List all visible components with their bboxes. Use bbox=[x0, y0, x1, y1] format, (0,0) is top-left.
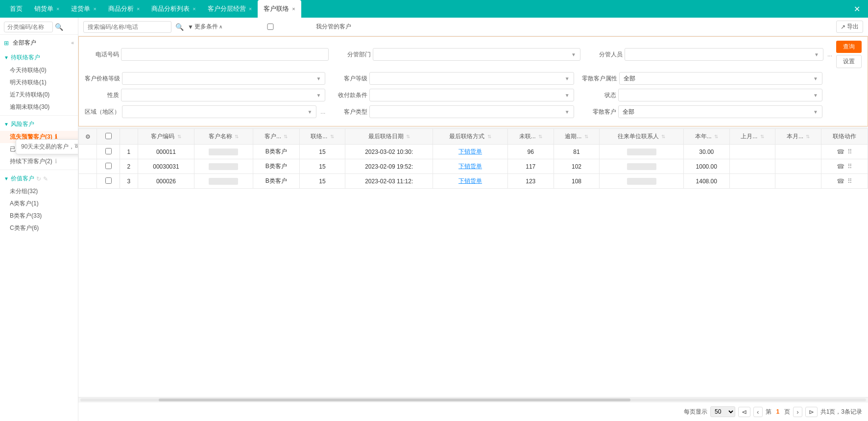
filter-dept-select[interactable]: ▼ bbox=[373, 48, 580, 61]
sidebar-section-pending-header[interactable]: ▼ 待联络客户 bbox=[0, 51, 78, 64]
query-button[interactable]: 查询 bbox=[836, 41, 862, 53]
col-current-month[interactable]: 本月... ⇅ bbox=[775, 129, 821, 145]
sidebar-search-icon[interactable]: 🔍 bbox=[55, 23, 63, 31]
value-edit-icon[interactable]: ✎ bbox=[43, 175, 48, 182]
sidebar-section-risk-header[interactable]: ▼ 风险客户 bbox=[0, 118, 78, 131]
col-last-month[interactable]: 上月... ⇅ bbox=[729, 129, 775, 145]
export-button[interactable]: ↗ 导出 bbox=[836, 21, 863, 33]
filter-retail-select[interactable]: 全部 ▼ bbox=[618, 105, 822, 118]
filter-grade-select[interactable]: ▼ bbox=[369, 72, 574, 85]
col-checkbox[interactable] bbox=[97, 129, 120, 145]
per-page-select[interactable]: 50 100 200 bbox=[710, 406, 735, 417]
filter-ctype-select[interactable]: ▼ bbox=[369, 105, 574, 118]
close-tab-goods-analysis-list[interactable]: × bbox=[193, 6, 195, 12]
last-page-button[interactable]: ⊳ bbox=[805, 407, 818, 417]
close-tab-purchase[interactable]: × bbox=[93, 6, 96, 12]
settings-button[interactable]: 设置 bbox=[836, 55, 862, 68]
tab-customer-contact[interactable]: 客户联络 × bbox=[258, 0, 301, 18]
sidebar-section-value-header[interactable]: ▼ 价值客户 ↻ ✎ bbox=[0, 172, 78, 185]
row-check-2[interactable] bbox=[105, 177, 112, 184]
window-close-button[interactable]: ✕ bbox=[850, 4, 864, 14]
filter-status-select[interactable]: ▼ bbox=[618, 89, 822, 101]
my-customers-checkbox[interactable] bbox=[226, 24, 314, 30]
tab-home[interactable]: 首页 bbox=[4, 0, 28, 18]
col-type[interactable]: 客户... ⇅ bbox=[253, 129, 299, 145]
sidebar-item-class-b[interactable]: B类客户(33) bbox=[0, 210, 78, 222]
row-checkbox-1[interactable] bbox=[97, 159, 120, 174]
next-page-button[interactable]: › bbox=[793, 407, 802, 417]
filter-price-grade-select[interactable]: ▼ bbox=[122, 72, 325, 85]
sidebar-item-class-c[interactable]: C类客户(6) bbox=[0, 222, 78, 234]
row-check-0[interactable] bbox=[105, 148, 112, 154]
filter-retail-attr-select[interactable]: 全部 ▼ bbox=[619, 72, 822, 85]
action-phone-0[interactable]: ☎ bbox=[837, 148, 844, 155]
my-customers-checkbox-label[interactable]: 我分管的客户 bbox=[226, 23, 351, 31]
action-phone-2[interactable]: ☎ bbox=[837, 177, 844, 185]
search-input[interactable] bbox=[83, 21, 171, 33]
scroll-thumb[interactable] bbox=[159, 398, 630, 401]
tab-customer-segment[interactable]: 客户分层经营 × bbox=[202, 0, 258, 18]
toolbar: 🔍 ▼ 更多条件 ∧ 我分管的客户 ↗ 导出 bbox=[78, 18, 868, 36]
sidebar-item-today[interactable]: 今天待联络(0) bbox=[0, 64, 78, 76]
col-name[interactable]: 客户名称 ⇅ bbox=[194, 129, 253, 145]
action-more-1[interactable]: ⠿ bbox=[847, 163, 852, 170]
col-last-contact-date[interactable]: 最后联络日期 ⇅ bbox=[345, 129, 433, 145]
filter-payment-select[interactable]: ▼ bbox=[369, 89, 574, 101]
row-checkbox-0[interactable] bbox=[97, 145, 120, 159]
action-phone-1[interactable]: ☎ bbox=[837, 163, 844, 170]
close-tab-customer-segment[interactable]: × bbox=[249, 6, 252, 12]
sidebar-item-declining[interactable]: 持续下滑客户(2) ℹ bbox=[0, 155, 78, 168]
filter-panel: 电话号码 分管部门 ▼ 分管人员 ▼ ... bbox=[78, 36, 868, 126]
col-company-contact[interactable]: 往来单位联系人 ⇅ bbox=[600, 129, 683, 145]
col-settings[interactable]: ⚙ bbox=[79, 129, 97, 145]
filter-manager-select[interactable]: ▼ bbox=[625, 48, 823, 61]
more-filter-button[interactable]: ▼ 更多条件 ∧ bbox=[188, 23, 222, 31]
col-code[interactable]: 客户编码 ⇅ bbox=[138, 129, 194, 145]
sidebar-item-week[interactable]: 近7天待联络(0) bbox=[0, 89, 78, 101]
filter-region-more[interactable]: ... bbox=[320, 108, 325, 115]
row-method-2[interactable]: 下销货单 bbox=[433, 174, 508, 189]
filter-manager-more[interactable]: ... bbox=[827, 51, 832, 58]
sidebar-divider-2 bbox=[0, 170, 78, 170]
col-current-year[interactable]: 本年... ⇅ bbox=[683, 129, 729, 145]
sidebar-item-unsorted[interactable]: 未分组(32) bbox=[0, 185, 78, 198]
col-last-contact-method[interactable]: 最后联络方式 ⇅ bbox=[433, 129, 508, 145]
sidebar-item-tomorrow[interactable]: 明天待联络(1) bbox=[0, 76, 78, 89]
filter-cell-payment: 收付款条件 ▼ bbox=[333, 89, 574, 101]
search-icon[interactable]: 🔍 bbox=[175, 23, 184, 31]
col-no-contact[interactable]: 未联... ⇅ bbox=[507, 129, 554, 145]
filter-nature-select[interactable]: ▼ bbox=[121, 89, 325, 101]
row-method-0[interactable]: 下销货单 bbox=[433, 145, 508, 159]
prev-page-button[interactable]: ‹ bbox=[753, 407, 762, 417]
first-page-button[interactable]: ⊲ bbox=[738, 407, 750, 417]
action-more-0[interactable]: ⠿ bbox=[847, 148, 852, 155]
tab-purchase[interactable]: 进货单 × bbox=[65, 0, 102, 18]
row-checkbox-2[interactable] bbox=[97, 174, 120, 189]
row-method-1[interactable]: 下销货单 bbox=[433, 159, 508, 174]
sidebar-collapse-icon[interactable]: « bbox=[71, 40, 74, 46]
sidebar-search-input[interactable] bbox=[4, 22, 53, 32]
filter-phone-input[interactable] bbox=[121, 48, 329, 61]
tab-sales[interactable]: 销货单 × bbox=[28, 0, 65, 18]
tab-goods-analysis-list[interactable]: 商品分析列表 × bbox=[145, 0, 201, 18]
value-refresh-icon[interactable]: ↻ bbox=[36, 175, 41, 182]
table-area: ⚙ 客户编码 ⇅ 客户名称 ⇅ 客户... ⇅ 联络... ⇅ 最后联络日期 ⇅… bbox=[78, 128, 868, 397]
col-overdue[interactable]: 逾期... ⇅ bbox=[554, 129, 600, 145]
close-tab-sales[interactable]: × bbox=[56, 6, 59, 12]
filter-payment-label: 收付款条件 bbox=[333, 91, 367, 99]
close-tab-goods-analysis[interactable]: × bbox=[137, 6, 140, 12]
sidebar-item-overdue[interactable]: 逾期未联络(30) bbox=[0, 101, 78, 113]
row-name-1 bbox=[194, 159, 253, 174]
tab-goods-analysis[interactable]: 商品分析 × bbox=[102, 0, 145, 18]
sidebar-all-customers[interactable]: ⊞ 全部客户 « bbox=[0, 35, 78, 51]
action-more-2[interactable]: ⠿ bbox=[847, 177, 852, 185]
col-actions: 联络动作 bbox=[821, 129, 868, 145]
filter-region-select[interactable]: ▼ bbox=[122, 105, 316, 118]
col-contact[interactable]: 联络... ⇅ bbox=[299, 129, 345, 145]
close-tab-customer-contact[interactable]: × bbox=[292, 6, 295, 12]
sidebar-item-class-a[interactable]: A类客户(1) bbox=[0, 198, 78, 210]
horizontal-scrollbar[interactable] bbox=[78, 397, 868, 402]
row-index-1: 2 bbox=[120, 159, 138, 174]
row-check-1[interactable] bbox=[105, 163, 112, 169]
select-all-checkbox[interactable] bbox=[105, 133, 112, 139]
